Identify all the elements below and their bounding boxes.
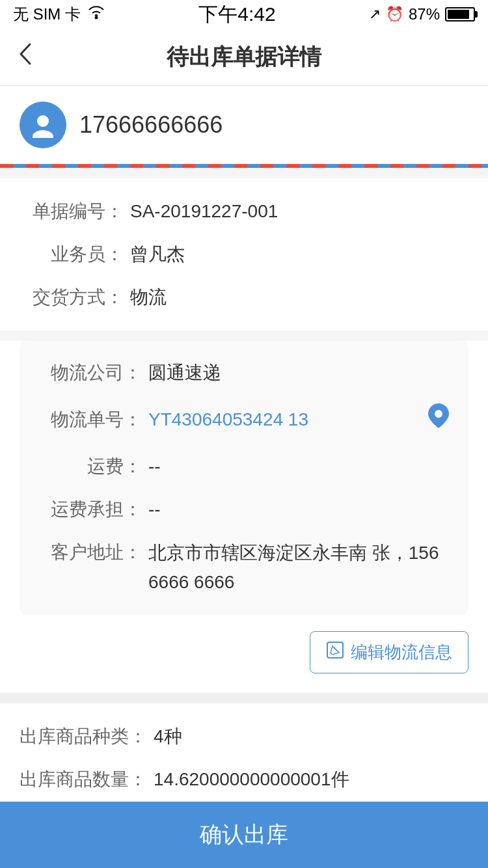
svg-point-1 [37, 115, 49, 127]
company-label: 物流公司： [38, 359, 142, 387]
svg-point-3 [435, 410, 442, 418]
user-header: 17666666666 [0, 86, 488, 164]
company-value: 圆通速递 [148, 359, 450, 387]
map-pin-icon[interactable] [427, 402, 450, 437]
document-row: 单据编号： SA-20191227-001 [20, 198, 468, 225]
category-row: 出库商品种类： 4种 [20, 723, 468, 750]
confirm-area: 确认出库 [0, 802, 488, 868]
address-value: 北京市市辖区海淀区永丰南 张，156 6666 6666 [148, 539, 450, 597]
svg-rect-4 [327, 642, 343, 658]
dashed-divider [0, 164, 488, 168]
battery-label: 87% [409, 5, 440, 23]
location-icon: ↗ [369, 6, 381, 23]
tracking-label: 物流单号： [38, 406, 142, 433]
confirm-button[interactable]: 确认出库 [0, 820, 488, 850]
battery-icon [445, 7, 475, 21]
page-title: 待出库单据详情 [167, 42, 321, 72]
delivery-row: 交货方式： 物流 [20, 284, 468, 311]
address-row: 客户地址： 北京市市辖区海淀区永丰南 张，156 6666 6666 [38, 539, 450, 597]
quantity-value: 14.620000000000001件 [154, 766, 468, 793]
avatar [20, 102, 66, 148]
edit-icon [326, 641, 344, 664]
user-phone: 17666666666 [79, 111, 223, 139]
status-left: 无 SIM 卡 [13, 4, 105, 25]
edit-logistics-button[interactable]: 编辑物流信息 [310, 631, 468, 673]
nav-bar: 待出库单据详情 [0, 29, 488, 86]
freight-label: 运费： [38, 453, 142, 480]
category-value: 4种 [154, 723, 468, 750]
delivery-value: 物流 [130, 284, 468, 311]
logistics-section: 物流公司： 圆通速递 物流单号： YT43064053424 13 运费： --… [0, 341, 488, 693]
svg-point-2 [33, 130, 53, 138]
quantity-row: 出库商品数量： 14.620000000000001件 [20, 766, 468, 793]
salesman-label: 业务员： [20, 241, 124, 268]
time-label: 下午4:42 [198, 1, 275, 28]
salesman-row: 业务员： 曾凡杰 [20, 241, 468, 268]
freight-bear-label: 运费承担： [38, 496, 142, 523]
edit-logistics-label: 编辑物流信息 [351, 641, 452, 664]
document-label: 单据编号： [20, 198, 124, 225]
freight-row: 运费： -- [38, 453, 450, 480]
tracking-row: 物流单号： YT43064053424 13 [38, 402, 450, 437]
freight-value: -- [148, 453, 450, 480]
freight-bear-row: 运费承担： -- [38, 496, 450, 523]
status-right: ↗ ⏰ 87% [369, 5, 475, 23]
edit-action-row: 编辑物流信息 [20, 616, 468, 673]
svg-point-0 [95, 16, 98, 20]
status-bar: 无 SIM 卡 下午4:42 ↗ ⏰ 87% [0, 0, 488, 29]
document-value: SA-20191227-001 [130, 198, 468, 225]
svg-line-5 [334, 648, 337, 651]
section-divider [0, 693, 488, 703]
delivery-label: 交货方式： [20, 284, 124, 311]
salesman-value: 曾凡杰 [130, 241, 468, 268]
freight-bear-value: -- [148, 496, 450, 523]
logistics-card: 物流公司： 圆通速递 物流单号： YT43064053424 13 运费： --… [20, 341, 468, 616]
address-label: 客户地址： [38, 539, 142, 566]
company-row: 物流公司： 圆通速递 [38, 359, 450, 387]
carrier-label: 无 SIM 卡 [13, 4, 81, 25]
basic-info-section: 单据编号： SA-20191227-001 业务员： 曾凡杰 交货方式： 物流 [0, 178, 488, 331]
tracking-value: YT43064053424 13 [148, 406, 418, 433]
back-button[interactable] [18, 42, 33, 72]
wifi-icon [87, 5, 105, 23]
quantity-label: 出库商品数量： [20, 766, 147, 793]
category-label: 出库商品种类： [20, 723, 147, 750]
alarm-icon: ⏰ [386, 6, 403, 23]
